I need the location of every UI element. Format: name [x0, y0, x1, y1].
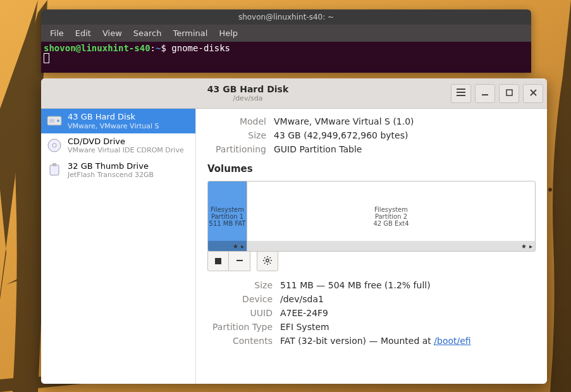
disks-header[interactable]: 43 GB Hard Disk /dev/sda — [41, 78, 547, 109]
svg-point-1 — [30, 112, 34, 116]
label-partitioning: Partitioning — [207, 144, 274, 154]
svg-rect-13 — [52, 163, 56, 166]
label-vol-device: Device — [207, 294, 280, 304]
value-vol-device: /dev/sda1 — [280, 294, 324, 304]
volumes-heading: Volumes — [207, 163, 536, 175]
svg-point-8 — [57, 119, 59, 122]
device-detail-pane: Model VMware, VMware Virtual S (1.0) Siz… — [196, 109, 547, 384]
header-title-text: 43 GB Hard Disk — [49, 84, 447, 94]
menu-help[interactable]: Help — [215, 27, 242, 39]
prompt-end: $ — [161, 43, 166, 53]
volume-map: Filesystem Partition 1 511 MB FAT ★ ▸ Fi… — [207, 181, 536, 252]
minimize-icon — [481, 89, 489, 98]
device-row-cdrom[interactable]: CD/DVD Drive VMware Virtual IDE CDROM Dr… — [41, 133, 195, 158]
device-row-hdd[interactable]: 43 GB Hard Disk VMware, VMware Virtual S — [41, 109, 195, 133]
disks-window: 43 GB Hard Disk /dev/sda — [41, 78, 547, 384]
volume-toolbar — [207, 251, 536, 271]
play-icon: ▸ — [241, 243, 244, 250]
vol-line2: Partition 1 — [208, 213, 247, 220]
device-sidebar: 43 GB Hard Disk VMware, VMware Virtual S… — [41, 109, 196, 384]
svg-point-15 — [266, 259, 269, 261]
hamburger-icon — [457, 89, 465, 98]
value-partitioning: GUID Partition Table — [274, 144, 362, 154]
contents-prefix: FAT (32-bit version) — Mounted at — [280, 336, 434, 346]
hamburger-menu-button[interactable] — [451, 84, 471, 103]
star-icon: ★ — [521, 243, 527, 250]
vol-line3: 511 MB FAT — [208, 220, 247, 227]
minus-icon — [236, 257, 243, 266]
menu-edit[interactable]: Edit — [71, 27, 95, 39]
label-vol-ptype: Partition Type — [207, 322, 280, 332]
device-sub: VMware Virtual IDE CDROM Drive — [68, 146, 184, 154]
menu-file[interactable]: File — [46, 27, 68, 39]
svg-rect-6 — [507, 90, 512, 95]
vol-line3: 42 GB Ext4 — [247, 220, 535, 227]
prompt-user: shovon@linuxhint-s40 — [44, 43, 150, 53]
terminal-body[interactable]: shovon@linuxhint-s40:~$ gnome-disks — [41, 42, 531, 73]
device-row-usb[interactable]: 32 GB Thumb Drive JetFlash Transcend 32G… — [41, 158, 195, 183]
hdd-icon — [46, 113, 63, 129]
svg-point-4 — [548, 188, 552, 192]
device-name: 43 GB Hard Disk — [68, 112, 159, 122]
value-model: VMware, VMware Virtual S (1.0) — [274, 116, 414, 126]
vol-line1: Filesystem — [247, 206, 535, 213]
play-icon: ▸ — [529, 243, 532, 250]
terminal-window: shovon@linuxhint-s40: ~ File Edit View S… — [41, 9, 531, 73]
label-model: Model — [207, 116, 274, 126]
volume-options-button[interactable] — [257, 251, 278, 271]
close-button[interactable] — [523, 84, 543, 103]
usb-icon — [46, 162, 63, 178]
menu-search[interactable]: Search — [130, 27, 166, 39]
vol-line1: Filesystem — [208, 206, 247, 213]
svg-point-11 — [52, 144, 56, 147]
label-vol-size: Size — [207, 280, 280, 290]
label-vol-contents: Contents — [207, 336, 280, 346]
gear-icon — [263, 256, 272, 267]
terminal-command: gnome-disks — [171, 43, 230, 53]
value-vol-size: 511 MB — 504 MB free (1.2% full) — [280, 280, 431, 290]
volume-partition-1[interactable]: Filesystem Partition 1 511 MB FAT ★ ▸ — [208, 181, 247, 251]
value-size: 43 GB (42,949,672,960 bytes) — [274, 130, 408, 140]
delete-partition-button[interactable] — [229, 251, 250, 271]
svg-rect-12 — [50, 165, 59, 175]
svg-point-5 — [562, 157, 564, 159]
minimize-button[interactable] — [475, 84, 495, 103]
device-name: CD/DVD Drive — [68, 137, 184, 147]
disks-header-title: 43 GB Hard Disk /dev/sda — [49, 84, 447, 102]
terminal-cursor — [44, 53, 49, 63]
maximize-icon — [506, 89, 513, 98]
device-sub: VMware, VMware Virtual S — [68, 122, 159, 130]
terminal-title: shovon@linuxhint-s40: ~ — [238, 13, 334, 21]
mount-point-link[interactable]: /boot/efi — [434, 336, 470, 346]
value-vol-contents: FAT (32-bit version) — Mounted at /boot/… — [280, 336, 471, 346]
maximize-button[interactable] — [499, 84, 519, 103]
stop-icon — [215, 257, 221, 266]
device-sub: JetFlash Transcend 32GB — [68, 171, 154, 179]
prompt-sep: : — [150, 43, 156, 53]
header-subtitle-text: /dev/sda — [49, 94, 447, 102]
label-size: Size — [207, 130, 274, 140]
cd-icon — [46, 137, 63, 154]
svg-rect-14 — [215, 258, 221, 264]
star-icon: ★ — [233, 243, 238, 250]
value-vol-ptype: EFI System — [280, 322, 329, 332]
unmount-button[interactable] — [207, 251, 229, 271]
vol-line2: Partition 2 — [247, 213, 535, 220]
close-icon — [530, 89, 537, 98]
terminal-menubar: File Edit View Search Terminal Help — [41, 25, 531, 42]
svg-rect-9 — [49, 119, 54, 123]
value-vol-uuid: A7EE-24F9 — [280, 308, 328, 318]
device-name: 32 GB Thumb Drive — [68, 161, 154, 171]
terminal-titlebar[interactable]: shovon@linuxhint-s40: ~ — [41, 9, 531, 25]
volume-partition-2[interactable]: Filesystem Partition 2 42 GB Ext4 ★ ▸ — [247, 181, 535, 251]
menu-terminal[interactable]: Terminal — [169, 27, 211, 39]
label-vol-uuid: UUID — [207, 308, 280, 318]
menu-view[interactable]: View — [99, 27, 126, 39]
